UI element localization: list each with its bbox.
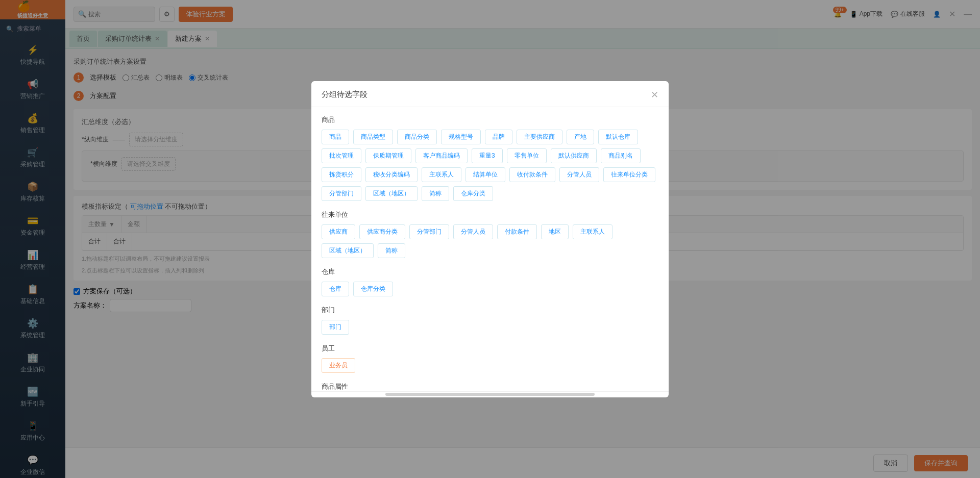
tag-goods-23[interactable]: 区域（地区） xyxy=(365,186,418,201)
tag-goods-14[interactable]: 商品别名 xyxy=(601,148,641,163)
modal-dialog: 分组待选字段 ✕ 商品 商品 商品类型 商品分类 规格型号 品牌 主要供应商 产… xyxy=(311,81,669,397)
tag-goods-22[interactable]: 分管部门 xyxy=(322,186,361,201)
tag-partner-1[interactable]: 供应商分类 xyxy=(359,224,405,239)
tag-warehouse-1[interactable]: 仓库分类 xyxy=(353,282,393,296)
section-dept-title: 部门 xyxy=(322,306,658,315)
tag-goods-8[interactable]: 批次管理 xyxy=(322,148,361,163)
modal-body[interactable]: 商品 商品 商品类型 商品分类 规格型号 品牌 主要供应商 产地 默认仓库 批次… xyxy=(311,107,669,391)
section-goods-tags: 商品 商品类型 商品分类 规格型号 品牌 主要供应商 产地 默认仓库 批次管理 … xyxy=(322,130,658,201)
tag-goods-0[interactable]: 商品 xyxy=(322,130,349,144)
tag-partner-6[interactable]: 主联系人 xyxy=(573,224,612,239)
tag-partner-4[interactable]: 付款条件 xyxy=(497,224,537,239)
section-partner-tags: 供应商 供应商分类 分管部门 分管人员 付款条件 地区 主联系人 区域（地区） … xyxy=(322,224,658,258)
section-staff-tags: 业务员 xyxy=(322,358,658,373)
tag-goods-24[interactable]: 简称 xyxy=(422,186,449,201)
section-goods-title: 商品 xyxy=(322,115,658,124)
tag-partner-3[interactable]: 分管人员 xyxy=(453,224,493,239)
tag-goods-16[interactable]: 税收分类编码 xyxy=(365,167,418,182)
tag-warehouse-0[interactable]: 仓库 xyxy=(322,282,349,296)
tag-goods-12[interactable]: 零售单位 xyxy=(507,148,547,163)
modal-close-button[interactable]: ✕ xyxy=(651,89,658,100)
tag-partner-2[interactable]: 分管部门 xyxy=(409,224,449,239)
tag-partner-8[interactable]: 简称 xyxy=(378,243,405,258)
tag-goods-7[interactable]: 默认仓库 xyxy=(598,130,638,144)
tag-goods-21[interactable]: 往来单位分类 xyxy=(603,167,655,182)
tag-goods-19[interactable]: 收付款条件 xyxy=(509,167,555,182)
tag-goods-10[interactable]: 客户商品编码 xyxy=(415,148,468,163)
section-dept: 部门 部门 xyxy=(322,306,658,335)
section-partner: 往来单位 供应商 供应商分类 分管部门 分管人员 付款条件 地区 主联系人 区域… xyxy=(322,210,658,258)
tag-goods-6[interactable]: 产地 xyxy=(567,130,594,144)
section-staff-title: 员工 xyxy=(322,344,658,353)
tag-dept-0[interactable]: 部门 xyxy=(322,320,349,335)
tag-staff-0[interactable]: 业务员 xyxy=(322,358,355,373)
modal-hscrollbar[interactable] xyxy=(311,391,669,397)
tag-partner-7[interactable]: 区域（地区） xyxy=(322,243,374,258)
tag-goods-2[interactable]: 商品分类 xyxy=(397,130,437,144)
section-partner-title: 往来单位 xyxy=(322,210,658,219)
section-attr-title: 商品属性 xyxy=(322,382,658,391)
tag-goods-11[interactable]: 重量3 xyxy=(472,148,503,163)
section-staff: 员工 业务员 xyxy=(322,344,658,373)
section-goods: 商品 商品 商品类型 商品分类 规格型号 品牌 主要供应商 产地 默认仓库 批次… xyxy=(322,115,658,201)
modal-title: 分组待选字段 xyxy=(322,90,368,99)
tag-goods-5[interactable]: 主要供应商 xyxy=(517,130,562,144)
tag-partner-5[interactable]: 地区 xyxy=(541,224,569,239)
tag-goods-3[interactable]: 规格型号 xyxy=(441,130,481,144)
tag-goods-25[interactable]: 仓库分类 xyxy=(453,186,493,201)
section-warehouse: 仓库 仓库 仓库分类 xyxy=(322,267,658,296)
tag-goods-15[interactable]: 拣货积分 xyxy=(322,167,361,182)
tag-goods-4[interactable]: 品牌 xyxy=(485,130,512,144)
tag-goods-20[interactable]: 分管人员 xyxy=(559,167,599,182)
tag-goods-17[interactable]: 主联系人 xyxy=(422,167,461,182)
hscrollbar-thumb[interactable] xyxy=(385,393,595,396)
tag-goods-13[interactable]: 默认供应商 xyxy=(551,148,597,163)
tag-goods-18[interactable]: 结算单位 xyxy=(465,167,505,182)
section-dept-tags: 部门 xyxy=(322,320,658,335)
section-attr: 商品属性 属性 颜色 多规格 尺码 鞋码 1 xyxy=(322,382,658,391)
tag-partner-0[interactable]: 供应商 xyxy=(322,224,355,239)
tag-goods-9[interactable]: 保质期管理 xyxy=(365,148,411,163)
section-warehouse-tags: 仓库 仓库分类 xyxy=(322,282,658,296)
section-warehouse-title: 仓库 xyxy=(322,267,658,276)
modal-header: 分组待选字段 ✕ xyxy=(311,81,669,107)
tag-goods-1[interactable]: 商品类型 xyxy=(353,130,393,144)
